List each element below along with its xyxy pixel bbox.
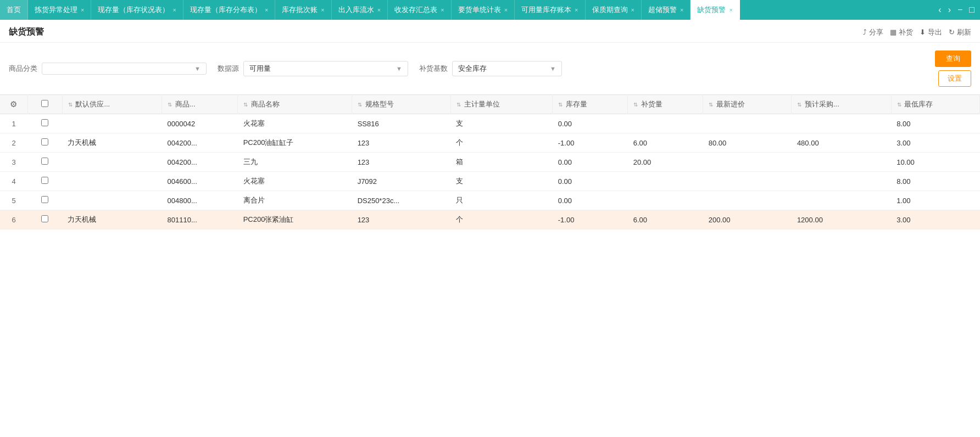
row-supplier-2: 力天机械: [62, 133, 162, 153]
row-name-6: PC200张紧油缸: [238, 210, 352, 229]
row-checkbox-5[interactable]: [27, 191, 62, 210]
row-checkbox-3[interactable]: [27, 153, 62, 172]
settings-gear-icon[interactable]: ⚙: [10, 99, 17, 109]
export-icon: ⬇: [920, 28, 926, 36]
row-supplier-5: [62, 191, 162, 210]
tab-available-ledger[interactable]: 可用量库存账本 ×: [515, 0, 585, 20]
refresh-button[interactable]: ↻ 刷新: [949, 27, 971, 37]
row-name-5: 离合片: [238, 191, 352, 210]
row-code-6: 801110...: [162, 210, 238, 229]
replenish-base-select[interactable]: 安全库存 ▼: [452, 61, 562, 76]
row-min-stock-1: 8.00: [891, 114, 979, 133]
close-tab-inventory-status[interactable]: ×: [172, 7, 176, 13]
row-replenish-qty-1: [628, 114, 703, 133]
tab-next-button[interactable]: ›: [945, 4, 954, 15]
row-checkbox-2[interactable]: [27, 133, 62, 153]
category-select[interactable]: ▼: [42, 63, 207, 75]
select-all-checkbox[interactable]: [41, 100, 48, 107]
row-num-5: 5: [0, 191, 27, 210]
table-body: 1 0000042 火花塞 SS816 支 0.00 8.00 2 力天机械 0…: [0, 114, 980, 229]
row-num-3: 3: [0, 153, 27, 172]
table-row: 5 004800... 离合片 DS250*23c... 只 0.00 1.00: [0, 191, 980, 210]
settings-button[interactable]: 设置: [938, 70, 971, 87]
row-min-stock-4: 8.00: [891, 172, 979, 191]
table-row: 3 004200... 三九 123 箱 0.00 20.00 10.00: [0, 153, 980, 172]
row-num-6: 6: [0, 210, 27, 229]
row-unit-2: 个: [450, 133, 552, 153]
datasource-filter-label: 数据源: [218, 64, 239, 74]
datasource-select[interactable]: 可用量 ▼: [243, 61, 408, 76]
close-tab-inventory-dist[interactable]: ×: [265, 7, 268, 13]
tab-inventory-dist[interactable]: 现存量（库存分布表） ×: [183, 0, 275, 20]
category-filter-group: 商品分类 ▼: [9, 63, 207, 75]
replenish-button[interactable]: ▦ 补货: [890, 27, 913, 37]
tab-receive-summary[interactable]: 收发存汇总表 ×: [388, 0, 451, 20]
tab-home[interactable]: 首页: [0, 0, 28, 20]
row-est-purchase-5: [792, 191, 891, 210]
row-latest-price-5: [703, 191, 792, 210]
th-stock-qty[interactable]: ⇅ 库存量: [553, 95, 628, 114]
close-tab-batch-account[interactable]: ×: [321, 7, 324, 13]
row-stock-qty-3: 0.00: [553, 153, 628, 172]
row-checkbox-4[interactable]: [27, 172, 62, 191]
close-tab-overstock-warn[interactable]: ×: [680, 7, 683, 13]
close-tab-abnormal[interactable]: ×: [81, 7, 84, 13]
th-min-stock[interactable]: ⇅ 最低库存: [891, 95, 979, 114]
row-latest-price-2: 80.00: [703, 133, 792, 153]
close-tab-shortage-warn[interactable]: ×: [729, 7, 732, 13]
close-tab-expiry-query[interactable]: ×: [631, 7, 634, 13]
tab-order-stats[interactable]: 要货单统计表 ×: [452, 0, 515, 20]
replenish-base-label: 补货基数: [419, 64, 448, 74]
th-replenish-qty[interactable]: ⇅ 补货量: [628, 95, 703, 114]
sort-icon-unit: ⇅: [456, 102, 461, 108]
th-est-purchase[interactable]: ⇅ 预计采购...: [792, 95, 891, 114]
close-tab-order-stats[interactable]: ×: [504, 7, 508, 13]
query-button[interactable]: 查询: [935, 51, 971, 67]
row-name-4: 火花塞: [238, 172, 352, 191]
row-latest-price-6: 200.00: [703, 210, 792, 229]
export-button[interactable]: ⬇ 导出: [920, 27, 942, 37]
row-unit-1: 支: [450, 114, 552, 133]
row-supplier-4: [62, 172, 162, 191]
row-name-2: PC200油缸缸子: [238, 133, 352, 153]
tab-inout-flow[interactable]: 出入库流水 ×: [332, 0, 388, 20]
tab-batch-account[interactable]: 库存批次账 ×: [275, 0, 331, 20]
page-header: 缺货预警 ⤴ 分享 ▦ 补货 ⬇ 导出 ↻ 刷新: [0, 20, 980, 43]
sort-icon-supplier: ⇅: [68, 102, 73, 108]
th-settings[interactable]: ⚙: [0, 95, 27, 114]
th-unit[interactable]: ⇅ 主计量单位: [450, 95, 552, 114]
sort-icon-spec: ⇅: [358, 102, 362, 108]
tab-shortage-warn[interactable]: 缺货预警 ×: [691, 0, 739, 20]
row-min-stock-2: 3.00: [891, 133, 979, 153]
tab-abnormal[interactable]: 拣货异常处理 ×: [28, 0, 91, 20]
tab-overstock-warn[interactable]: 超储预警 ×: [642, 0, 691, 20]
replenish-base-value: 安全库存: [458, 64, 487, 74]
share-button[interactable]: ⤴ 分享: [863, 27, 883, 37]
sort-icon-min-stock: ⇅: [897, 102, 901, 108]
row-checkbox-6[interactable]: [27, 210, 62, 229]
th-product-code[interactable]: ⇅ 商品...: [162, 95, 238, 114]
th-spec[interactable]: ⇅ 规格型号: [352, 95, 451, 114]
table-header-row: ⚙ ⇅ 默认供应... ⇅ 商品... ⇅ 商品名称: [0, 95, 980, 114]
row-name-1: 火花塞: [238, 114, 352, 133]
tab-prev-button[interactable]: ‹: [935, 4, 944, 15]
row-code-4: 004600...: [162, 172, 238, 191]
table-row: 4 004600... 火花塞 J7092 支 0.00 8.00: [0, 172, 980, 191]
th-product-name[interactable]: ⇅ 商品名称: [238, 95, 352, 114]
refresh-icon: ↻: [949, 28, 955, 36]
th-latest-price[interactable]: ⇅ 最新进价: [703, 95, 792, 114]
close-tab-receive-summary[interactable]: ×: [441, 7, 444, 13]
category-filter-label: 商品分类: [9, 64, 37, 74]
tab-maximize-button[interactable]: □: [966, 4, 978, 15]
close-tab-available-ledger[interactable]: ×: [575, 7, 578, 13]
row-min-stock-6: 3.00: [891, 210, 979, 229]
th-default-supplier[interactable]: ⇅ 默认供应...: [62, 95, 162, 114]
row-code-1: 0000042: [162, 114, 238, 133]
tab-minimize-button[interactable]: −: [954, 4, 966, 15]
row-num-4: 4: [0, 172, 27, 191]
row-stock-qty-1: 0.00: [553, 114, 628, 133]
tab-expiry-query[interactable]: 保质期查询 ×: [586, 0, 642, 20]
close-tab-inout-flow[interactable]: ×: [377, 7, 381, 13]
row-checkbox-1[interactable]: [27, 114, 62, 133]
tab-inventory-status[interactable]: 现存量（库存状况表） ×: [91, 0, 183, 20]
